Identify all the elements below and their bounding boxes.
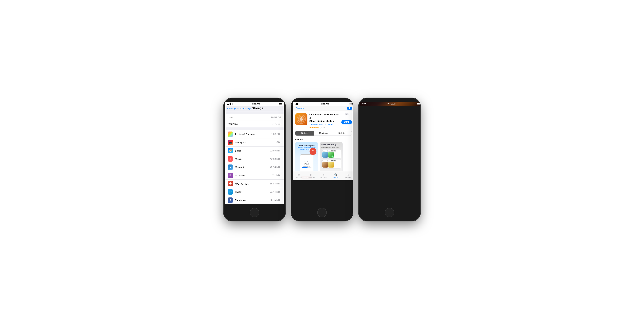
dr-cleaner-logo	[298, 116, 305, 123]
used-label: Used	[228, 116, 234, 119]
chevron-left-icon-2: ‹	[295, 107, 296, 110]
list-item[interactable]: 🍄 MARIO RUN 353.4 MB ›	[225, 180, 284, 188]
status-bar-2: ◂ 9:41 AM ▮▮▮	[293, 102, 353, 106]
status-time-2: 9:41 AM	[321, 102, 329, 105]
phone-2-screen: ◂ 9:41 AM ▮▮▮ ‹ Search ⬆	[293, 102, 353, 180]
tab-search[interactable]: 🔍 Search	[330, 173, 342, 179]
chevron-right-icon: ›	[280, 174, 281, 177]
app-name-mario: MARIO RUN	[235, 182, 270, 185]
chevron-right-icon: ›	[280, 133, 281, 136]
tab-related[interactable]: Related	[333, 131, 352, 136]
app-developer[interactable]: Trend Micro Incorporated ›	[309, 123, 340, 126]
list-item[interactable]: ▲ Momento 427.8 MB ›	[225, 163, 284, 172]
top-charts-icon: ≡	[323, 174, 324, 176]
ss1-headline: Save more space	[298, 144, 316, 147]
categories-icon: ⊞	[310, 174, 312, 176]
tab-reviews[interactable]: Reviews	[314, 131, 333, 136]
app-icon-photos	[228, 132, 233, 137]
home-button-2[interactable]	[317, 208, 327, 218]
app-name-instagram: Instagram	[235, 141, 271, 144]
chevron-right-icon: ›	[280, 190, 281, 193]
featured-icon: ☆	[298, 173, 300, 176]
svg-point-0	[298, 116, 304, 122]
tab-updates[interactable]: ⬇ Updates	[342, 173, 353, 179]
ss2-subtext: Recognize more similar pho...	[322, 146, 341, 148]
list-item[interactable]: 🧭 Safari 720.5 MB ›	[225, 147, 284, 155]
app-size-safari: 720.5 MB	[270, 149, 280, 152]
saved-space-card-2: Saved Space 3.32MB	[322, 159, 341, 168]
app-info: Dr. Cleaner: Phone Clean &Clean similar …	[309, 113, 340, 129]
page-title-1: Storage	[252, 106, 263, 110]
age-badge: 4+	[345, 113, 348, 116]
phone-1: ◂ 9:41 AM ▮▮▮ ‹ Storage & iCloud Usage S…	[224, 98, 285, 221]
app-name-facebook: Facebook	[235, 199, 270, 202]
available-value: 7.75 GB	[272, 122, 281, 126]
app-icon-podcasts: 🎙	[228, 173, 233, 178]
phone-1-frame: ◂ 9:41 AM ▮▮▮ ‹ Storage & iCloud Usage S…	[224, 98, 285, 221]
list-item[interactable]: 🎙 Podcasts 411 MB ›	[225, 172, 284, 180]
available-label: Available	[228, 122, 238, 126]
breadcrumb-label: Storage & iCloud Usage	[228, 107, 251, 110]
tab-categories[interactable]: ⊞ Categories	[305, 173, 318, 179]
list-item[interactable]: 🐦 Twitter 317.4 MB ›	[225, 188, 284, 196]
used-value: 19.58 GB	[271, 116, 281, 119]
signal-icon: ◂	[227, 102, 233, 105]
chevron-right-icon: ›	[280, 158, 281, 160]
star-icons: ★★★★★	[309, 126, 319, 129]
used-row: Used 19.58 GB	[225, 114, 284, 121]
battery-icon-1: ▮▮▮	[279, 103, 282, 105]
back-button-1[interactable]: ‹ Storage & iCloud Usage	[227, 107, 251, 110]
saved-space-card-1: Saved Space 3.58MB ✓	[322, 149, 341, 158]
signal-icon-2: ◂	[295, 102, 300, 105]
chevron-right-icon: ›	[280, 182, 281, 185]
app-icon-safari: 🧭	[228, 148, 233, 153]
share-icon: ⬆	[349, 107, 350, 109]
app-name-music: Music	[235, 158, 270, 160]
platform-label: iPhone	[293, 137, 353, 142]
app-size-instagram: 1.11 GB	[271, 141, 280, 144]
app-name-2: Dr. Cleaner: Phone Clean &Clean similar …	[309, 113, 340, 123]
home-button-1[interactable]	[250, 208, 259, 218]
tab-details[interactable]: Details	[295, 131, 314, 136]
list-item[interactable]: 📷 Instagram 1.11 GB ›	[225, 138, 284, 147]
share-button[interactable]: ⬆	[347, 106, 352, 110]
app-size-photos: 1.88 GB	[271, 133, 280, 136]
list-item[interactable]: Photos & Camera 1.88 GB ›	[225, 130, 284, 138]
app-icon-twitter: 🐦	[228, 189, 233, 194]
available-row: Available 7.75 GB	[225, 121, 284, 127]
app-size-mario: 353.4 MB	[270, 182, 280, 185]
search-tab-icon: 🔍	[334, 174, 338, 176]
back-to-search-button[interactable]: ‹ Search	[295, 107, 304, 110]
search-back-label: Search	[296, 107, 304, 110]
app-size-music: 430.2 MB	[270, 158, 280, 160]
search-label: Search	[333, 176, 338, 178]
tab-featured[interactable]: ☆ Featured	[293, 172, 305, 180]
apps-list: Photos & Camera 1.88 GB › 📷 Instagram 1.…	[225, 130, 284, 204]
app-name-momento: Momento	[235, 166, 270, 169]
get-button[interactable]: GET	[341, 120, 352, 124]
phone-2-frame: ◂ 9:41 AM ▮▮▮ ‹ Search ⬆	[291, 98, 353, 221]
list-item[interactable]: ♪ Music 430.2 MB ›	[225, 155, 284, 163]
battery-icon-2: ▮▮▮	[350, 103, 352, 105]
tab-top-charts[interactable]: ≡ Top Charts	[318, 173, 330, 179]
chevron-right-icon: ›	[280, 141, 281, 144]
list-item[interactable]: f Facebook 301.5 MB ›	[225, 196, 284, 204]
home-button-3[interactable]	[385, 208, 394, 218]
app-size-podcasts: 411 MB	[272, 174, 280, 177]
app-name-safari: Safari	[235, 149, 270, 152]
phone-3-screen: •••• ▾ 9:41 AM ▮▮▮ Hello! Plug in your i…	[360, 102, 420, 106]
chevron-right-icon: ›	[280, 166, 281, 168]
phone-1-screen: ◂ 9:41 AM ▮▮▮ ‹ Storage & iCloud Usage S…	[225, 102, 284, 204]
app-size-facebook: 301.5 MB	[270, 199, 280, 202]
app-icon-music: ♪	[228, 156, 233, 162]
ss2-headline: Smart Accurate Qu...	[322, 144, 341, 146]
app-icon-large	[295, 113, 308, 126]
phone-2: ◂ 9:41 AM ▮▮▮ ‹ Search ⬆	[291, 98, 353, 221]
app-store-nav-bar: ‹ Search ⬆	[293, 106, 353, 111]
status-time-3: 9:41 AM	[388, 102, 396, 105]
rating-count: (370)	[320, 126, 325, 129]
categories-label: Categories	[308, 176, 315, 178]
signal-area-3: •••• ▾	[362, 103, 366, 105]
storage-section: Used 19.58 GB Available 7.75 GB	[225, 114, 284, 127]
app-name-podcasts: Podcasts	[235, 174, 272, 177]
